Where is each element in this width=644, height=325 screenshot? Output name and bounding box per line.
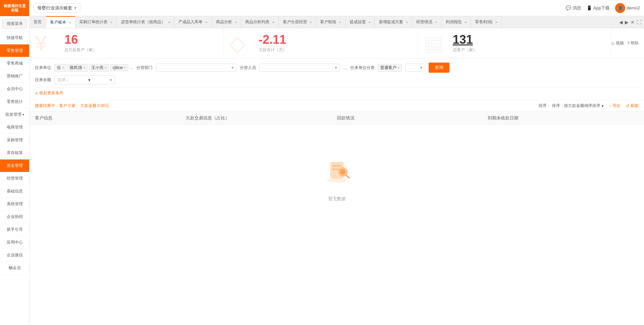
close-tab-customer-ledger[interactable]: ×: [69, 21, 71, 25]
tab-profit-report[interactable]: 利润报告 ×: [442, 16, 471, 28]
sidebar-item-ecommerce[interactable]: 电商管理: [0, 121, 29, 134]
sidebar-quick-nav[interactable]: 快捷导航: [0, 32, 29, 44]
sidebar-item-basic-info[interactable]: 基础信息: [0, 185, 29, 198]
stat-value-total: 131: [453, 34, 477, 46]
filter-more-tags[interactable]: ...: [130, 65, 133, 70]
tab-commission-setting[interactable]: 提成设置 ×: [346, 16, 375, 28]
stat-label-amount: 欠款合计（万）: [259, 47, 287, 53]
refresh-button[interactable]: ↺ 刷新: [626, 103, 639, 109]
svg-point-0: [327, 178, 347, 182]
message-icon: 💬: [566, 5, 571, 10]
tab-prev-icon[interactable]: ◀: [619, 20, 623, 25]
stat-label-customers: 总欠款客户（家）: [65, 47, 97, 53]
tab-home[interactable]: 首页: [30, 16, 46, 28]
close-tab-inbound-stats[interactable]: ×: [168, 20, 170, 24]
filter-manager-dots[interactable]: ...: [343, 65, 347, 70]
help-link[interactable]: ? 帮助: [627, 40, 639, 46]
filter-dept-select[interactable]: [156, 64, 237, 72]
sidebar-item-enterprise[interactable]: 企业协同: [0, 211, 29, 223]
close-tab-product-analysis-list[interactable]: ×: [272, 20, 274, 24]
close-tab-retail-profit[interactable]: ×: [495, 20, 497, 24]
sort-selector[interactable]: 排序： 排序：按欠款金额倒序排序 ▾: [539, 103, 604, 109]
tab-customer-tier[interactable]: 客户分层经营 ×: [279, 16, 316, 28]
svg-point-5: [340, 169, 346, 175]
sidebar-item-purchase[interactable]: 采购管理: [0, 134, 29, 147]
stat-value-amount: -2.11: [259, 34, 287, 46]
tab-customer-ledger[interactable]: 客户账本 ×: [46, 16, 75, 28]
tab-inbound-stats[interactable]: 进货单统计表（按商品） ×: [117, 16, 174, 28]
close-tag-chen[interactable]: ×: [83, 66, 85, 70]
tab-product-analysis[interactable]: 商品分析 ×: [212, 16, 241, 28]
tab-retail-profit[interactable]: 零售利润( ×: [471, 16, 502, 28]
tab-product-analysis-list[interactable]: 商品分析列表 ×: [241, 16, 278, 28]
tab-close-all-icon[interactable]: ✕: [631, 20, 635, 25]
sidebar-item-wechat[interactable]: 企业微信: [0, 249, 29, 262]
export-button[interactable]: ↑ 导出: [609, 103, 620, 109]
sidebar-logo: 畅捷通好生意 标版: [0, 0, 29, 16]
close-tab-biz-situation[interactable]: ×: [435, 20, 437, 24]
close-tab-add-commission[interactable]: ×: [406, 20, 408, 24]
help-icon: ?: [627, 41, 630, 46]
sidebar-item-system[interactable]: 系统管理: [0, 198, 29, 211]
sidebar-item-retail-stats[interactable]: 零售统计: [0, 96, 29, 108]
filter-tag-cjttcw: cjttcw ×: [110, 64, 128, 71]
tab-expand-icon[interactable]: ⛶: [637, 20, 641, 25]
svg-rect-2: [332, 165, 342, 167]
video-help-link[interactable]: ▷ 视频: [612, 40, 624, 46]
sidebar-item-retail-mall[interactable]: 零售商城: [0, 57, 29, 70]
close-tag-cjttcw[interactable]: ×: [124, 66, 126, 70]
filter-balance-select[interactable]: 选择... ▾: [54, 75, 115, 84]
results-bar: 搜索结果中，客户 0 家 欠款金额 0.00元 排序： 排序：按欠款金额倒序排序…: [30, 100, 644, 112]
table-header-customer: 客户信息: [35, 115, 186, 121]
close-tab-purchase-order-stats[interactable]: ×: [110, 20, 112, 24]
tab-add-commission[interactable]: 新增提成方案 ×: [375, 16, 412, 28]
sidebar-item-newbie[interactable]: 新手引导: [0, 223, 29, 236]
empty-state: 暂无数据: [30, 125, 644, 229]
export-icon: ↑: [609, 104, 611, 108]
filter-category-dropdown[interactable]: [405, 64, 425, 72]
filter-tags-category: 普通客户 ×: [378, 64, 402, 72]
stat-bg-icon-3: ▦: [423, 31, 443, 56]
filter-label-unit: 往来单位: [35, 65, 51, 71]
close-tab-finished-goods[interactable]: ×: [205, 20, 207, 24]
close-tag-wang[interactable]: ×: [104, 66, 106, 70]
close-tag-ordinary[interactable]: ×: [397, 66, 399, 70]
close-tag-wu[interactable]: ×: [62, 66, 64, 70]
tab-next-icon[interactable]: ▶: [625, 20, 629, 25]
filter-label-balance: 往来余额: [35, 77, 51, 83]
collapse-button[interactable]: ∧ 收起更多条件: [35, 90, 639, 96]
sidebar-item-inventory[interactable]: 库存核算: [0, 147, 29, 159]
close-tab-customer-tier[interactable]: ×: [310, 20, 312, 24]
close-tab-profit-report[interactable]: ×: [465, 20, 467, 24]
sidebar-item-member[interactable]: 畅会员: [0, 262, 29, 275]
sidebar-item-app-center[interactable]: 应用中心: [0, 236, 29, 249]
close-tab-commission-setting[interactable]: ×: [369, 20, 371, 24]
brand-selector[interactable]: 母婴行业演示账套: [34, 3, 80, 13]
sidebar-item-wholesale[interactable]: 批发管理: [0, 108, 29, 121]
search-menu-button[interactable]: 搜索菜单: [2, 19, 27, 29]
refresh-icon: ↺: [626, 104, 629, 108]
close-tab-customer-contact[interactable]: ×: [339, 20, 341, 24]
user-profile[interactable]: 👤 demo2: [615, 3, 640, 13]
sidebar-item-marketing[interactable]: 营销推广: [0, 70, 29, 83]
sidebar-item-operations[interactable]: 经营管理: [0, 172, 29, 185]
results-info: 搜索结果中，客户 0 家 欠款金额 0.00元: [35, 103, 109, 109]
tab-finished-goods[interactable]: 产成品入库单 ×: [174, 16, 212, 28]
filter-manager-select[interactable]: [259, 64, 340, 72]
sidebar-item-member-center[interactable]: 会员中心: [0, 83, 29, 96]
stat-card-customers: ¥ 16 总欠款客户（家）: [30, 28, 224, 58]
stat-help-area: ▷ 视频 ? 帮助: [612, 28, 644, 58]
sidebar-item-retail-mgmt[interactable]: 零售管理: [0, 44, 29, 57]
tab-purchase-order-stats[interactable]: 采购订单统计表 ×: [75, 16, 117, 28]
sidebar-item-finance[interactable]: 资金管理: [0, 159, 29, 172]
collapse-row: ∧ 收起更多条件: [35, 87, 639, 96]
filter-label-dept: 分管部门: [136, 65, 153, 71]
filter-tag-wu: 伍 ×: [54, 64, 66, 72]
close-tab-product-analysis[interactable]: ×: [235, 20, 237, 24]
tab-customer-contact[interactable]: 客户联络 ×: [316, 16, 345, 28]
filter-tags-unit: 伍 × 陈民强 × 王小亮 × cjttcw × ...: [54, 64, 133, 72]
message-button[interactable]: 💬 消息: [566, 5, 581, 11]
tab-biz-situation[interactable]: 经营情况 ×: [412, 16, 441, 28]
app-download-button[interactable]: 📱 App下载: [587, 5, 610, 11]
query-button[interactable]: 查询: [429, 63, 449, 73]
